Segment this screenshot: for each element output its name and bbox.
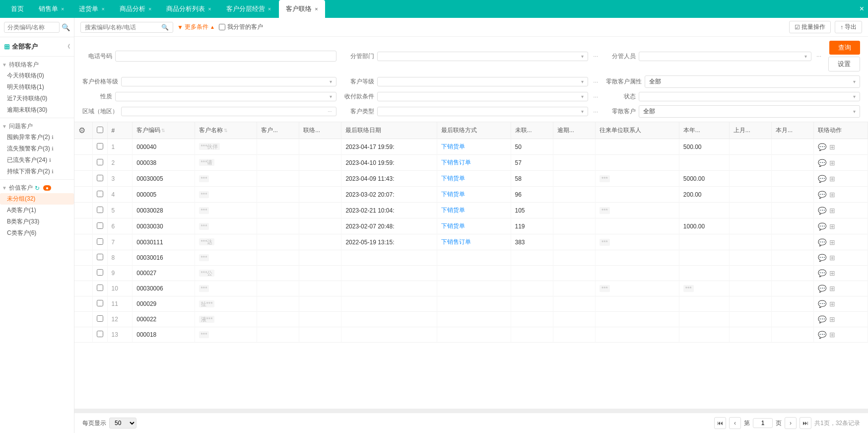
close-icon[interactable]: × (148, 6, 151, 12)
retail-attr-select[interactable]: 全部 ▾ (645, 75, 860, 88)
message-icon[interactable]: 💬 (818, 159, 826, 167)
grid-icon[interactable]: ⊞ (829, 285, 835, 292)
row-checkbox[interactable] (97, 331, 103, 337)
level-more-icon[interactable]: ··· (593, 78, 598, 85)
message-icon[interactable]: 💬 (818, 191, 826, 199)
collapse-icon[interactable]: 《 (65, 43, 70, 50)
grid-icon[interactable]: ⊞ (829, 207, 835, 215)
grid-icon[interactable]: ⊞ (829, 222, 835, 230)
more-conditions-btn[interactable]: ▼ 更多条件 ▲ (177, 23, 215, 31)
tab-purchase[interactable]: 进货单 × (72, 0, 111, 18)
window-close[interactable]: × (860, 4, 864, 13)
row-checkbox[interactable] (97, 159, 103, 165)
row-checkbox[interactable] (97, 191, 103, 197)
grid-icon[interactable]: ⊞ (829, 254, 835, 262)
search-icon[interactable]: 🔍 (161, 24, 169, 31)
horizontal-scrollbar[interactable] (74, 409, 868, 413)
sidebar-item-abnormal[interactable]: 囤购异常客户(2) ℹ (0, 132, 74, 143)
per-page-select[interactable]: 50 20 100 (109, 418, 136, 429)
row-checkbox[interactable] (97, 207, 103, 213)
last-method-link[interactable]: 下销货单 (441, 207, 465, 214)
row-checkbox[interactable] (97, 269, 103, 276)
manager-more-icon[interactable]: ··· (816, 53, 821, 60)
sidebar-item-today-pending[interactable]: 今天待联络(0) (0, 70, 74, 81)
row-checkbox[interactable] (97, 315, 103, 322)
reset-button[interactable]: 设置 (828, 57, 860, 72)
last-method-link[interactable]: 下销售订单 (441, 159, 471, 166)
row-checkbox[interactable] (97, 254, 103, 260)
close-icon[interactable]: × (268, 6, 271, 12)
sidebar-item-declining[interactable]: 持续下滑客户(2) ℹ (0, 166, 74, 177)
sidebar-item-group-c[interactable]: C类客户(6) (0, 227, 74, 239)
next-page-button[interactable]: › (785, 417, 797, 429)
select-all-checkbox[interactable] (97, 127, 103, 133)
query-button[interactable]: 查询 (829, 41, 860, 55)
sidebar-item-churn-risk[interactable]: 流失预警客户(3) ℹ (0, 143, 74, 154)
grid-icon[interactable]: ⊞ (829, 300, 835, 308)
message-icon[interactable]: 💬 (818, 285, 826, 292)
retail-customer-select[interactable]: 全部 ▾ (639, 105, 860, 118)
value-customers-group[interactable]: ▼ 价值客户 ↻ ● (0, 182, 74, 193)
price-level-select[interactable]: ▾ (121, 77, 336, 86)
customer-level-select[interactable]: ▾ (377, 77, 589, 86)
settings-icon[interactable]: ⚙ (78, 126, 85, 135)
message-icon[interactable]: 💬 (818, 269, 826, 277)
message-icon[interactable]: 💬 (818, 254, 826, 262)
manager-select[interactable]: ▾ (639, 52, 811, 61)
row-checkbox[interactable] (97, 300, 103, 306)
close-icon[interactable]: × (101, 6, 104, 12)
grid-icon[interactable]: ⊞ (829, 143, 835, 151)
nature-select[interactable]: ▾ (115, 92, 336, 101)
grid-icon[interactable]: ⊞ (829, 238, 835, 246)
grid-icon[interactable]: ⊞ (829, 331, 835, 339)
row-checkbox[interactable] (97, 285, 103, 291)
sidebar-item-lost[interactable]: 已流失客户(24) ℹ (0, 154, 74, 166)
close-icon[interactable]: × (315, 6, 318, 12)
grid-icon[interactable]: ⊞ (829, 191, 835, 199)
row-checkbox[interactable] (97, 143, 103, 149)
sidebar-search-icon[interactable]: 🔍 (62, 23, 70, 31)
problem-customers-group[interactable]: ▼ 问题客户 (0, 120, 74, 132)
tab-customer-segments[interactable]: 客户分层经营 × (219, 0, 278, 18)
sidebar-item-unclassified[interactable]: 未分组(32) (0, 193, 74, 205)
sort-icon[interactable]: ⇅ (224, 128, 228, 133)
message-icon[interactable]: 💬 (818, 315, 826, 323)
last-method-link[interactable]: 下销货单 (441, 222, 465, 229)
grid-icon[interactable]: ⊞ (829, 159, 835, 167)
first-page-button[interactable]: ⏮ (714, 417, 726, 429)
sidebar-item-group-a[interactable]: A类客户(1) (0, 205, 74, 216)
last-method-link[interactable]: 下销货单 (441, 143, 465, 150)
status-select[interactable]: ▾ (639, 92, 860, 101)
tab-sales[interactable]: 销售单 × (32, 0, 71, 18)
message-icon[interactable]: 💬 (818, 238, 826, 246)
last-method-link[interactable]: 下销货单 (441, 175, 465, 182)
row-checkbox[interactable] (97, 222, 103, 229)
prev-page-button[interactable]: ‹ (729, 417, 741, 429)
pending-contact-group[interactable]: ▼ 待联络客户 (0, 59, 74, 70)
close-icon[interactable]: × (61, 6, 64, 12)
message-icon[interactable]: 💬 (818, 175, 826, 183)
phone-input[interactable] (115, 51, 336, 62)
tab-customer-contact[interactable]: 客户联络 × (279, 0, 325, 18)
close-icon[interactable]: × (208, 6, 211, 12)
type-more-icon[interactable]: ··· (593, 108, 598, 115)
grid-icon[interactable]: ⊞ (829, 315, 835, 323)
last-page-button[interactable]: ⏭ (800, 417, 811, 429)
message-icon[interactable]: 💬 (818, 222, 826, 230)
message-icon[interactable]: 💬 (818, 300, 826, 308)
sidebar-item-tomorrow-pending[interactable]: 明天待联络(1) (0, 81, 74, 93)
sidebar-item-overdue-pending[interactable]: 逾期未联络(30) (0, 104, 74, 116)
last-method-link[interactable]: 下销售订单 (441, 238, 471, 245)
grid-icon[interactable]: ⊞ (829, 175, 835, 183)
region-select[interactable]: ··· (121, 107, 336, 116)
grid-icon[interactable]: ⊞ (829, 269, 835, 277)
dept-select[interactable]: ▾ (377, 52, 589, 61)
row-checkbox[interactable] (97, 238, 103, 245)
payment-more-icon[interactable]: ··· (593, 93, 598, 100)
row-checkbox[interactable] (97, 175, 103, 181)
message-icon[interactable]: 💬 (818, 207, 826, 215)
sort-icon[interactable]: ⇅ (161, 128, 165, 133)
all-customers-header[interactable]: ⊞ 全部客户 《 (4, 40, 70, 53)
sidebar-search-input[interactable] (4, 22, 60, 33)
tab-product-analysis-list[interactable]: 商品分析列表 × (159, 0, 218, 18)
